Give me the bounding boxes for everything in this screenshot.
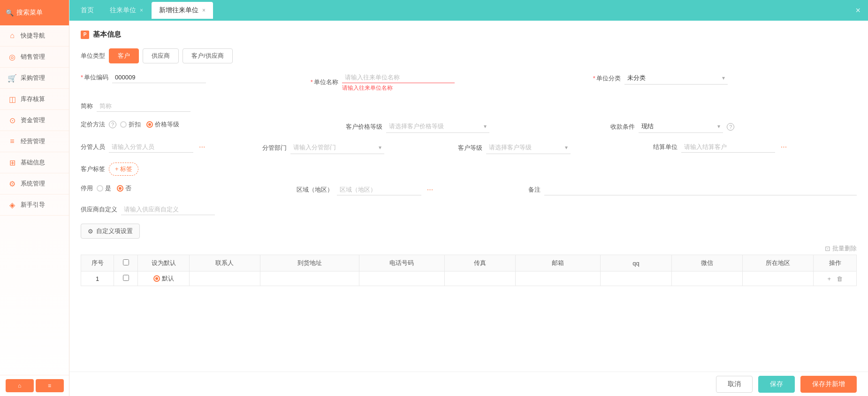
cell-phone[interactable] (359, 272, 444, 286)
pricing-help-icon[interactable]: ? (109, 121, 116, 128)
region-table-input[interactable] (759, 275, 797, 282)
section-icon: P (81, 31, 89, 39)
fax-input[interactable] (461, 275, 499, 282)
customer-level-label: 客户等级 (458, 144, 482, 152)
sidebar-item-label: 经营管理 (21, 137, 45, 146)
add-row-btn[interactable]: + (828, 275, 831, 282)
sidebar-bottom-btn-2[interactable]: ≡ (36, 379, 64, 392)
phone-input[interactable] (378, 275, 425, 282)
supplier-custom-row: 供应商自定义 (81, 204, 857, 215)
email-input[interactable] (534, 275, 581, 282)
discount-label: 折扣 (129, 120, 141, 129)
custom-settings-btn[interactable]: ⚙ 自定义项设置 (81, 224, 140, 239)
pricing-method-group: 定价方法 ? 折扣 价格等级 (81, 120, 327, 129)
close-all-tabs-btn[interactable]: × (852, 6, 864, 16)
no-radio[interactable]: 否 (117, 184, 131, 193)
contact-input[interactable] (206, 275, 244, 282)
customer-level-select[interactable]: 请选择客户等级 ▾ (486, 141, 571, 154)
abbr-input[interactable] (97, 101, 190, 112)
tab-partner-list-close[interactable]: × (140, 7, 143, 14)
settlement-unit-dots-btn[interactable]: ··· (779, 143, 789, 151)
disabled-label: 停用 (81, 184, 93, 193)
save-button[interactable]: 保存 (758, 376, 795, 393)
unit-type-supplier-btn[interactable]: 供应商 (143, 48, 179, 63)
cell-email[interactable] (515, 272, 600, 286)
unit-type-customer-btn[interactable]: 客户 (109, 48, 139, 63)
unit-name-input[interactable] (342, 72, 455, 83)
customer-price-level-select[interactable]: 请选择客户价格等级 ▾ (386, 120, 489, 133)
sidebar-item-sales[interactable]: ◎ 销售管理 (0, 47, 69, 68)
sidebar-item-operations[interactable]: ≡ 经营管理 (0, 131, 69, 152)
tag-btn-label: + 标签 (115, 165, 132, 173)
sidebar-item-basic-info[interactable]: ⊞ 基础信息 (0, 152, 69, 173)
cell-contact[interactable] (189, 272, 260, 286)
guide-icon: ◈ (8, 200, 17, 210)
wechat-input[interactable] (688, 275, 726, 282)
sidebar-item-label: 新手引导 (21, 201, 45, 209)
unit-type-both-btn[interactable]: 客户/供应商 (183, 48, 233, 63)
unit-category-group: *单位分类 未分类 ▾ (593, 72, 857, 85)
region-dots-btn[interactable]: ··· (425, 186, 435, 194)
sidebar-item-quick-nav[interactable]: ⌂ 快捷导航 (0, 25, 69, 47)
save-add-button[interactable]: 保存并新增 (800, 376, 857, 393)
region-input[interactable] (337, 184, 421, 195)
remark-input[interactable] (544, 184, 857, 195)
tab-add-partner[interactable]: 新增往来单位 × (152, 2, 213, 19)
manager-input[interactable] (109, 141, 193, 153)
tab-home-label: 首页 (81, 6, 94, 15)
contact-table: 序号 设为默认 联系人 到货地址 电话号码 传真 邮箱 qq 微信 所在地区 操… (81, 255, 857, 286)
sidebar: 🔍 搜索菜单 ⌂ 快捷导航 ◎ 销售管理 🛒 采购管理 ◫ 库存核算 ⊙ 资金管… (0, 0, 69, 396)
supplier-custom-group: 供应商自定义 (81, 204, 857, 215)
sidebar-item-purchase[interactable]: 🛒 采购管理 (0, 68, 69, 89)
col-phone: 电话号码 (359, 255, 444, 272)
search-menu-btn[interactable]: 🔍 搜索菜单 (0, 5, 69, 21)
supplier-custom-input[interactable] (121, 204, 215, 215)
manager-row: 分管人员 ··· 分管部门 请输入分管部门 ▾ 客户等级 请选择客户等级 ▾ (81, 141, 857, 154)
basic-info-icon: ⊞ (8, 158, 17, 167)
discount-radio[interactable]: 折扣 (120, 120, 141, 129)
address-input[interactable] (282, 275, 338, 282)
cell-address[interactable] (260, 272, 359, 286)
department-label: 分管部门 (262, 144, 287, 152)
customer-tag-row: 客户标签 + 标签 (81, 163, 857, 176)
payment-terms-select[interactable]: 现结 ▾ (639, 120, 723, 133)
unit-category-select[interactable]: 未分类 ▾ (624, 72, 728, 85)
price-level-radio[interactable]: 价格等级 (146, 120, 179, 129)
yes-radio[interactable]: 是 (97, 184, 111, 193)
delete-row-btn[interactable]: 🗑 (837, 275, 843, 282)
row-checkbox[interactable] (123, 275, 129, 281)
yes-label: 是 (105, 184, 111, 193)
sidebar-bottom-btn-1[interactable]: ⌂ (6, 379, 34, 392)
unit-code-input[interactable] (112, 72, 206, 83)
custom-settings-label: 自定义项设置 (96, 227, 133, 235)
tab-add-partner-close[interactable]: × (202, 7, 206, 14)
cell-qq[interactable] (601, 272, 671, 286)
sidebar-item-label: 销售管理 (21, 53, 45, 61)
chevron-down-icon-3: ▾ (717, 123, 720, 130)
pricing-method-label: 定价方法 (81, 120, 105, 129)
region-group: 区域（地区） ··· (297, 184, 510, 195)
table-select-all[interactable] (123, 259, 129, 265)
add-tag-btn[interactable]: + 标签 (109, 163, 138, 176)
batch-delete-area: ⊡ 批量删除 (81, 244, 857, 253)
col-email: 邮箱 (515, 255, 600, 272)
cell-region[interactable] (742, 272, 813, 286)
cell-fax[interactable] (444, 272, 515, 286)
col-fax: 传真 (444, 255, 515, 272)
payment-help-icon[interactable]: ? (727, 123, 734, 131)
cancel-button[interactable]: 取消 (716, 376, 753, 393)
sidebar-item-inventory[interactable]: ◫ 库存核算 (0, 89, 69, 110)
tab-partner-list[interactable]: 往来单位 × (102, 2, 151, 19)
cell-wechat[interactable] (671, 272, 742, 286)
default-radio-item[interactable]: 默认 (143, 274, 184, 283)
department-select[interactable]: 请输入分管部门 ▾ (290, 141, 384, 154)
sidebar-item-finance[interactable]: ⊙ 资金管理 (0, 110, 69, 131)
settlement-unit-input[interactable] (681, 141, 775, 153)
qq-input[interactable] (617, 275, 655, 282)
batch-delete-label[interactable]: 批量删除 (832, 244, 857, 253)
manager-dots-btn[interactable]: ··· (197, 143, 207, 151)
sidebar-item-guide[interactable]: ◈ 新手引导 (0, 194, 69, 216)
customer-price-level-group: 客户价格等级 请选择客户价格等级 ▾ (346, 120, 592, 133)
sidebar-item-system[interactable]: ⚙ 系统管理 (0, 173, 69, 194)
tab-home[interactable]: 首页 (73, 2, 101, 19)
